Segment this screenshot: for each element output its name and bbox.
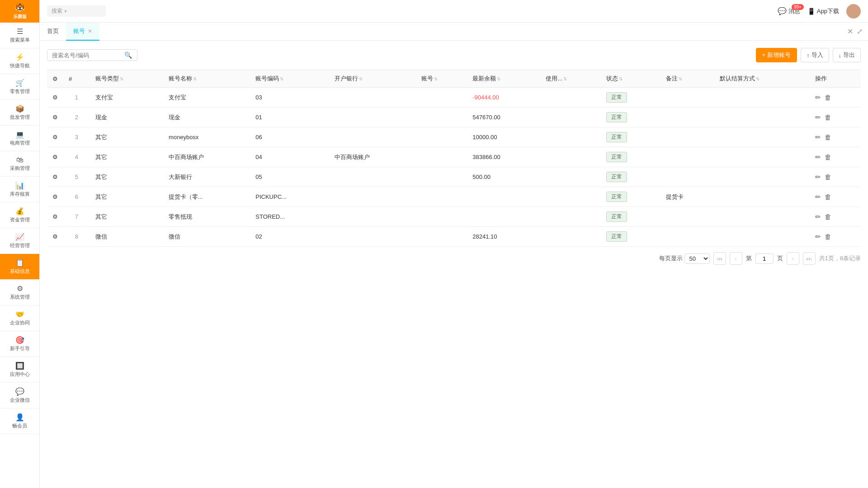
page-input[interactable] [755,253,774,264]
delete-btn-3[interactable]: 🗑 [825,153,831,161]
per-page-select[interactable]: 50 100 200 [684,253,710,264]
sidebar-item-quick-nav[interactable]: ⚡快捷导航 [0,48,39,74]
edit-btn-6[interactable]: ✏ [815,213,821,221]
row-settings-3[interactable]: ⚙ [47,147,63,167]
col-default_settle[interactable]: 默认结算方式⇅ [714,70,810,88]
col-account[interactable]: 账号⇅ [416,70,467,88]
sidebar-item-ecommerce[interactable]: 💻电商管理 [0,126,39,151]
table-row: ⚙4其它中百商场账户04中百商场账户383866.00正常✏🗑 [47,147,861,167]
sidebar-item-wholesale[interactable]: 📦批发管理 [0,100,39,126]
search-wrap: 🔍 [47,49,137,61]
sidebar-icon-system: ⚙ [17,284,23,293]
sort-icon-bank: ⇅ [359,76,363,81]
sidebar-item-finance[interactable]: 💰资金管理 [0,202,39,228]
sidebar-item-basic-info[interactable]: 📋基础信息 [0,254,39,280]
sidebar-icon-wholesale: 📦 [15,104,24,113]
col-code[interactable]: 账号编码⇅ [250,70,329,88]
add-account-btn[interactable]: + 新增账号 [756,48,797,62]
row-settings-2[interactable]: ⚙ [47,127,63,147]
sidebar-item-purchase[interactable]: 🛍采购管理 [0,151,39,177]
row-settings-4[interactable]: ⚙ [47,167,63,187]
sidebar-label-wechat: 企业微信 [10,397,30,404]
top-search-box[interactable]: 搜索 ▾ [47,5,106,17]
message-btn[interactable]: 💬 消息 99+ [778,7,800,15]
edit-btn-5[interactable]: ✏ [815,193,821,201]
row-code-7: 02 [250,227,329,247]
edit-btn-7[interactable]: ✏ [815,233,821,241]
row-account-5 [416,187,467,207]
sidebar-item-member[interactable]: 👤畅会员 [0,408,39,434]
search-btn[interactable]: 🔍 [124,52,132,59]
avatar[interactable] [846,4,861,19]
maximize-tab-btn[interactable]: ⤢ [855,25,864,38]
sidebar-label-member: 畅会员 [12,422,27,429]
sidebar-item-operation[interactable]: 📈经营管理 [0,228,39,254]
sidebar-item-app-center[interactable]: 🔲应用中心 [0,357,39,383]
sidebar-item-retail[interactable]: 🛒零售管理 [0,74,39,100]
edit-btn-1[interactable]: ✏ [815,113,821,122]
row-settings-0[interactable]: ⚙ [47,88,63,108]
row-settings-1[interactable]: ⚙ [47,108,63,127]
search-input[interactable] [52,52,124,59]
tab-account[interactable]: 账号✕ [66,23,99,41]
close-tab-btn[interactable]: ✕ [845,25,855,38]
row-account-7 [416,227,467,247]
last-page-btn[interactable]: ⏭ [803,252,816,265]
row-settings-6[interactable]: ⚙ [47,207,63,227]
row-default-settle-2 [714,127,810,147]
logo: 🐯 乐磨版 [0,0,39,23]
col-status[interactable]: 状态⇅ [601,70,660,88]
export-btn[interactable]: ↓ 导出 [833,48,861,62]
row-balance-1: 547670.00 [467,108,540,127]
row-use-5 [540,187,601,207]
row-num-2: 3 [63,127,90,147]
col-balance[interactable]: 最新余额⇅ [467,70,540,88]
row-bank-2 [329,127,416,147]
row-settings-7[interactable]: ⚙ [47,227,63,247]
tab-close-account[interactable]: ✕ [88,28,92,34]
col-remark[interactable]: 备注⇅ [660,70,714,88]
row-use-7 [540,227,601,247]
sidebar-item-search-menu[interactable]: ☰搜索菜单 [0,23,39,48]
row-action-0: ✏🗑 [810,88,861,108]
delete-btn-1[interactable]: 🗑 [825,113,831,122]
first-page-btn[interactable]: ⏮ [713,252,726,265]
sidebar-item-inventory[interactable]: 📊库存核算 [0,177,39,202]
edit-btn-3[interactable]: ✏ [815,153,821,161]
delete-btn-0[interactable]: 🗑 [825,94,831,102]
delete-btn-6[interactable]: 🗑 [825,213,831,221]
sidebar-icon-operation: 📈 [15,233,24,241]
page-content: 🔍 + 新增账号 ↑ 导入 ↓ 导出 ⚙#账号类型⇅账号名称⇅账号编码⇅开户银行… [40,41,868,488]
import-btn[interactable]: ↑ 导入 [801,48,829,62]
sidebar-item-system[interactable]: ⚙系统管理 [0,280,39,305]
row-bank-4 [329,167,416,187]
col-name[interactable]: 账号名称⇅ [163,70,250,88]
next-page-btn[interactable]: › [787,252,799,265]
row-type-1: 现金 [90,108,163,127]
col-bank[interactable]: 开户银行⇅ [329,70,416,88]
delete-btn-5[interactable]: 🗑 [825,193,831,201]
sidebar-item-guide[interactable]: 🎯新手引导 [0,331,39,357]
sort-icon-type: ⇅ [120,76,123,81]
row-default-settle-7 [714,227,810,247]
edit-btn-4[interactable]: ✏ [815,173,821,181]
table-row: ⚙8微信微信0228241.10正常✏🗑 [47,227,861,247]
row-code-5: PICKUPC... [250,187,329,207]
row-code-1: 01 [250,108,329,127]
edit-btn-0[interactable]: ✏ [815,94,821,102]
sidebar-item-wechat[interactable]: 💬企业微信 [0,383,39,408]
tab-home[interactable]: 首页 [40,23,66,41]
col-use[interactable]: 使用...⇅ [540,70,601,88]
row-num-0: 1 [63,88,90,108]
col-type[interactable]: 账号类型⇅ [90,70,163,88]
app-download-btn[interactable]: 📱 App下载 [807,7,839,15]
row-remark-2 [660,127,714,147]
prev-page-btn[interactable]: ‹ [730,252,742,265]
delete-btn-7[interactable]: 🗑 [825,233,831,241]
sidebar-item-contract[interactable]: 🤝企业协同 [0,305,39,331]
message-badge: 99+ [792,4,804,10]
edit-btn-2[interactable]: ✏ [815,133,821,141]
delete-btn-4[interactable]: 🗑 [825,173,831,181]
row-settings-5[interactable]: ⚙ [47,187,63,207]
delete-btn-2[interactable]: 🗑 [825,133,831,141]
